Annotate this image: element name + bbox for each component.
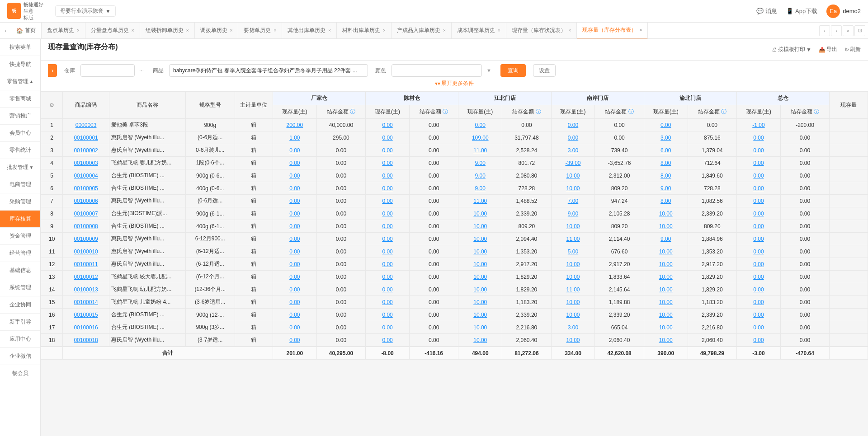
cell-current-extra [830, 195, 868, 207]
tab-expand-action[interactable]: ⊡ [854, 25, 865, 36]
cell-nanan-balance: 2,114.40 [595, 233, 644, 245]
warehouse-input[interactable] [80, 64, 135, 77]
cell-village-stock: 0.00 [366, 321, 410, 334]
cell-village-stock: 0.00 [366, 131, 410, 144]
app-download-btn[interactable]: 📱 App下载 [786, 7, 817, 15]
cell-jiangbei-stock: 10.00 [458, 271, 502, 283]
tab-close-diaob[interactable]: × [230, 28, 233, 33]
cell-factory-balance: 40,000.00 [316, 119, 366, 131]
cell-nanan-stock: 10.00 [551, 258, 595, 271]
tab-diaob[interactable]: 调拨单历史 × [195, 23, 239, 39]
th-nanan-stock: 现存量(主) [551, 105, 595, 119]
tab-qita[interactable]: 其他出库单历史 × [282, 23, 337, 39]
table-row: 7 00100006 惠氏启智 (Wyeth illu... (0-6月适...… [41, 195, 868, 207]
expand-more-btn[interactable]: ▾▾ 展开更多条件 [435, 80, 474, 87]
cell-total-balance: 0.00 [780, 195, 830, 207]
sidebar-item-member[interactable]: 会员中心 [0, 125, 40, 142]
cell-total-stock: 0.00 [737, 182, 781, 195]
tab-next-action[interactable]: › [831, 25, 842, 36]
goods-input[interactable] [169, 64, 368, 77]
color-dropdown-btn[interactable]: ▼ [485, 68, 493, 73]
sidebar-item-retail[interactable]: 零售管理 ▲ [0, 73, 40, 90]
tab-close-all[interactable]: × [843, 25, 854, 36]
cell-total-stock: 0.00 [737, 169, 781, 182]
tab-zuzhuang[interactable]: 组装拆卸单历史 × [140, 23, 195, 39]
cell-name: 合生元 (BIOSTIME) ... [109, 182, 185, 195]
settings-btn[interactable]: 设置 [533, 64, 556, 77]
tab-chengpin[interactable]: 产成品入库单历史 × [392, 23, 452, 39]
tab-close-qita[interactable]: × [328, 28, 331, 33]
expand-sidebar-btn[interactable]: › [48, 64, 57, 77]
tab-xiancun-dist[interactable]: 现存量（库存分布表） × [577, 23, 648, 39]
tab-fenliang[interactable]: 分量盘点单历史 × [85, 23, 140, 39]
query-btn[interactable]: 查询 [500, 64, 526, 77]
color-input[interactable] [392, 64, 482, 77]
sidebar-item-apps[interactable]: 应用中心 [0, 331, 40, 348]
sidebar-item-ecom[interactable]: 电商管理 [0, 176, 40, 193]
export-btn[interactable]: 📤 导出 [819, 46, 837, 53]
sidebar-item-store[interactable]: 零售商城 [0, 90, 40, 108]
cell-nanan-stock: 10.00 [551, 334, 595, 347]
cell-spec: (0-6月适... [185, 131, 235, 144]
tab-close-zuzhuang[interactable]: × [186, 28, 189, 33]
table-row: 11 00100010 惠氏启智 (Wyeth illu... (6-12月适.… [41, 245, 868, 258]
tab-close-xiancun-status[interactable]: × [569, 28, 571, 33]
sidebar-item-collab[interactable]: 企业协同 [0, 296, 40, 314]
tab-close-chengben[interactable]: × [498, 28, 500, 33]
sidebar-item-inventory[interactable]: 库存核算 [0, 211, 40, 228]
sidebar-item-guide[interactable]: 新手引导 [0, 314, 40, 331]
cell-no: 15 [41, 296, 63, 309]
cell-yubeimen-stock: 8.00 [644, 169, 688, 182]
cell-current-extra [830, 321, 868, 334]
tab-pandian[interactable]: 盘点单历史 × [42, 23, 85, 39]
sidebar-item-nav[interactable]: 快捷导航 [0, 56, 40, 73]
cell-factory-balance: 295.00 [316, 131, 366, 144]
sidebar-item-operation[interactable]: 经营管理 [0, 245, 40, 262]
cell-yubeimen-stock: 3.00 [644, 131, 688, 144]
table-scroll[interactable]: ⚙ 商品编码 商品名称 规格型号 主计量单位 厂家仓 陈村仓 江北门店 南岸门店… [41, 91, 868, 436]
cell-yubeimen-balance: 1,082.56 [688, 195, 737, 207]
message-btn[interactable]: 💬 消息 [756, 7, 777, 15]
cell-current-extra [830, 144, 868, 157]
cell-spec: 1段(0-6个... [185, 157, 235, 169]
table-row: 16 00100015 合生元 (BIOSTIME) ... 900g (12-… [41, 309, 868, 321]
industry-selector[interactable]: 母婴行业演示陈套 ▼ [55, 5, 116, 17]
sidebar-item-retail-stats[interactable]: 零售统计 [0, 142, 40, 159]
cell-nanan-balance: 0.00 [595, 119, 644, 131]
tab-cailiao[interactable]: 材料出库单历史 × [337, 23, 392, 39]
tab-close-fenliang[interactable]: × [132, 28, 134, 33]
warehouse-dots-btn[interactable]: ··· [137, 67, 146, 74]
cell-factory-balance: 0.00 [316, 271, 366, 283]
sidebar-item-purchase[interactable]: 采购管理 [0, 193, 40, 211]
sidebar-item-system[interactable]: 系统管理 [0, 279, 40, 296]
refresh-btn[interactable]: ↻ 刷新 [844, 46, 861, 53]
cell-nanan-balance: 676.60 [595, 245, 644, 258]
cell-total-stock: 0.00 [737, 296, 781, 309]
tab-home[interactable]: 🏠 首页 [11, 23, 42, 39]
user-menu[interactable]: Ea demo2 [826, 5, 861, 18]
th-settings[interactable]: ⚙ [41, 92, 63, 119]
tab-prev-btn[interactable]: ‹ [0, 23, 11, 39]
tab-close-chengpin[interactable]: × [443, 28, 446, 33]
sidebar-item-members[interactable]: 畅会员 [0, 365, 40, 382]
cell-jiangbei-balance: 2,216.80 [502, 321, 552, 334]
sidebar-item-search[interactable]: 搜索英单 [0, 39, 40, 56]
tab-close-cailiao[interactable]: × [383, 28, 386, 33]
tab-yaohuo[interactable]: 要货单历史 × [238, 23, 282, 39]
sidebar-item-basics[interactable]: 基础信息 [0, 262, 40, 279]
th-factory-balance: 结存金额 ⓘ [316, 105, 366, 119]
cell-spec: 900g (0-6... [185, 169, 235, 182]
tab-xiancun-status[interactable]: 现存量（库存状况表） × [506, 23, 577, 39]
cell-factory-stock: 0.00 [273, 144, 317, 157]
sidebar-item-finance[interactable]: 资金管理 [0, 228, 40, 245]
print-btn[interactable]: 🖨 按模板打印 ▼ [772, 46, 811, 53]
sidebar-item-marketing[interactable]: 营销推广 [0, 108, 40, 125]
tab-chengben[interactable]: 成本调整单历史 × [452, 23, 506, 39]
tab-close-pandian[interactable]: × [77, 28, 80, 33]
sidebar-item-wholesale[interactable]: 批发管理 ▼ [0, 159, 40, 176]
sidebar-item-wecom[interactable]: 企业微信 [0, 348, 40, 365]
tab-close-yaohuo[interactable]: × [274, 28, 276, 33]
content-area: 现存量查询(库存分布) 🖨 按模板打印 ▼ 📤 导出 ↻ 刷新 [41, 39, 868, 436]
tab-prev-action[interactable]: ‹ [819, 25, 830, 36]
tab-close-xiancun-dist[interactable]: × [639, 28, 642, 33]
